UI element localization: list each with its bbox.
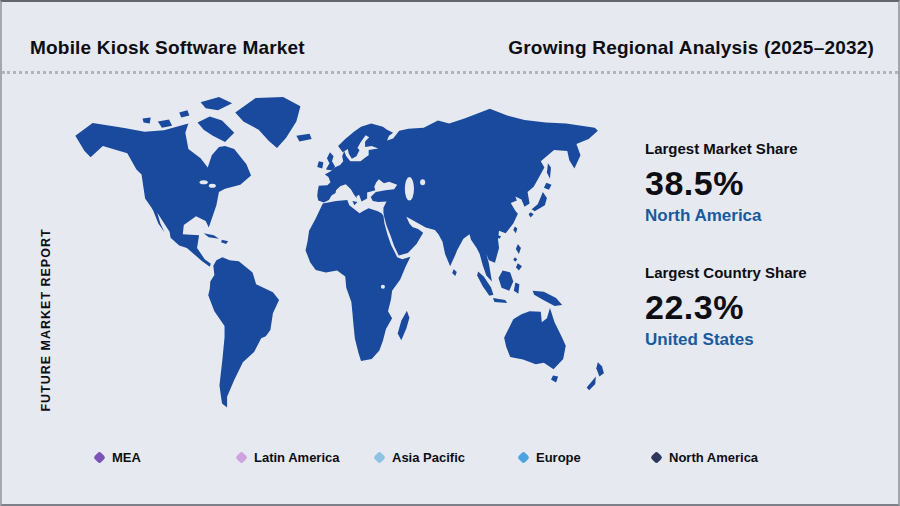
legend-dot-icon [93,451,106,464]
legend-item-europe: Europe [519,450,581,465]
legend-dot-icon [235,451,248,464]
legend-item-latin-america: Latin America [237,450,340,465]
legend-label: Europe [536,450,581,465]
page-title-left: Mobile Kiosk Software Market [30,37,305,59]
page-title-right: Growing Regional Analysis (2025–2032) [508,37,874,59]
stat-region: United States [645,330,885,350]
legend-dot-icon [650,451,663,464]
infographic-frame: Mobile Kiosk Software Market Growing Reg… [0,0,900,506]
world-landmass [75,97,604,407]
stat-value: 22.3% [645,288,885,327]
legend: MEA Latin America Asia Pacific Europe No… [2,450,898,468]
legend-dot-icon [373,451,386,464]
legend-item-mea: MEA [95,450,141,465]
header: Mobile Kiosk Software Market Growing Reg… [2,2,898,74]
legend-label: Latin America [254,450,340,465]
stat-region: North America [645,206,885,226]
stat-label: Largest Country Share [645,264,885,281]
stats-panel: Largest Market Share 38.5% North America… [645,140,885,388]
stat-label: Largest Market Share [645,140,885,157]
world-map-svg [57,92,607,408]
stat-country-share: Largest Country Share 22.3% United State… [645,264,885,350]
legend-label: North America [669,450,758,465]
legend-dot-icon [517,451,530,464]
vertical-watermark: FUTURE MARKET REPORT [39,228,53,411]
legend-label: MEA [112,450,141,465]
legend-label: Asia Pacific [392,450,465,465]
stat-market-share: Largest Market Share 38.5% North America [645,140,885,226]
world-map [57,92,607,408]
legend-item-asia-pacific: Asia Pacific [375,450,465,465]
legend-item-north-america: North America [652,450,758,465]
stat-value: 38.5% [645,164,885,203]
